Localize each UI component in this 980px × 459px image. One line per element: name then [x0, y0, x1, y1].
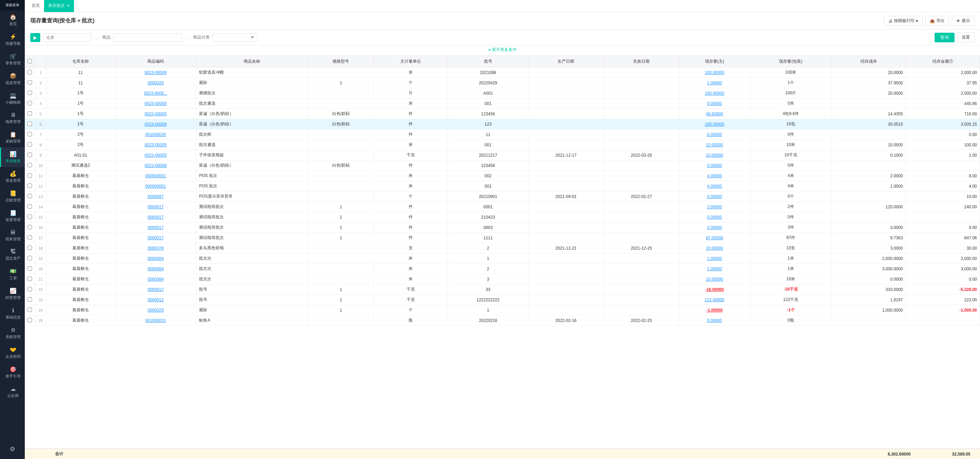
row-num: 3 — [35, 88, 46, 99]
sidebar-item-home[interactable]: 🏠 首页 — [0, 10, 25, 30]
row-checkbox[interactable] — [25, 191, 35, 202]
row-checkbox[interactable] — [25, 88, 35, 99]
sidebar-item-tax[interactable]: 🏛 税务管理 — [0, 226, 25, 245]
row-checkbox[interactable] — [25, 129, 35, 140]
row-code: 0023-00009 — [115, 67, 196, 78]
row-qty-main: 4.00000 — [679, 171, 750, 181]
row-checkbox[interactable] — [25, 99, 35, 109]
row-warehouse: 葛盾粮仓 — [46, 253, 115, 264]
sidebar-item-collab[interactable]: 🤝 企业协同 — [0, 343, 25, 363]
row-warehouse: 2号 — [46, 140, 115, 150]
tab-home[interactable]: 首页 — [27, 0, 44, 12]
row-checkbox[interactable] — [25, 140, 35, 150]
row-checkbox[interactable] — [25, 212, 35, 222]
row-checkbox[interactable] — [25, 284, 35, 295]
sidebar-item-guide[interactable]: 🎯 新手引导 — [0, 363, 25, 382]
product-filter-input[interactable] — [113, 33, 182, 41]
row-checkbox[interactable] — [25, 305, 35, 316]
row-checkbox[interactable] — [25, 316, 35, 326]
row-checkbox[interactable] — [25, 295, 35, 305]
row-warehouse: 葛盾粮仓 — [46, 181, 115, 191]
row-cost — [832, 191, 906, 202]
row-batch: 2021098 — [448, 67, 528, 78]
table-body: 1 11 0023-00009 软胶道具冲帽 米 2021098 100.000… — [25, 67, 980, 326]
row-checkbox[interactable] — [25, 243, 35, 253]
row-checkbox[interactable] — [25, 109, 35, 119]
sidebar-item-payroll[interactable]: 💵 工资 — [0, 265, 25, 284]
row-checkbox[interactable] — [25, 274, 35, 284]
row-amount: 37.95 — [906, 78, 980, 88]
row-qty-pkg: 1米 — [750, 253, 832, 264]
row-checkbox[interactable] — [25, 181, 35, 191]
row-cost — [832, 316, 906, 326]
row-spec — [308, 171, 374, 181]
sidebar-item-mgmt[interactable]: 📈 经营管理 — [0, 284, 25, 304]
export-button[interactable]: 📤 导出 — [925, 16, 949, 26]
row-checkbox[interactable] — [25, 264, 35, 274]
filter-arrow-button[interactable]: ▶ — [30, 33, 40, 42]
row-code: 0000017 — [115, 233, 196, 243]
row-checkbox[interactable] — [25, 171, 35, 181]
row-batch: 33 — [448, 284, 528, 295]
row-name: 测测批次 — [196, 88, 308, 99]
table-row: 19 葛盾粮仓 0000084 批次次 米 1 1.00000 1米 2,000… — [25, 253, 980, 264]
table-row: 20 葛盾粮仓 0000084 批次次 米 2 1.00000 1米 3,000… — [25, 264, 980, 274]
main-content: 首页 库存批次 ✕ 现存量查询(按仓库＋批次) 🖨 按模板打印 ▾ 📤 导出 — [25, 0, 980, 459]
sidebar-item-finance[interactable]: 💰 资金管理 — [0, 167, 25, 186]
row-prod-date — [528, 202, 604, 212]
row-num: 15 — [35, 212, 46, 222]
sidebar-item-ledger[interactable]: 📒 总账管理 — [0, 186, 25, 206]
category-filter-select[interactable] — [212, 33, 257, 41]
row-name: 软胶道具冲帽 — [196, 67, 308, 78]
row-checkbox[interactable] — [25, 78, 35, 88]
display-button[interactable]: 👁 展示 — [952, 16, 975, 26]
header-actions: 🖨 按模板打印 ▾ 📤 导出 👁 展示 — [884, 16, 975, 26]
row-spec — [308, 316, 374, 326]
sidebar-item-system[interactable]: ⚙ 系统管理 — [0, 324, 25, 343]
row-checkbox[interactable] — [25, 119, 35, 129]
select-all-checkbox[interactable] — [27, 59, 32, 63]
expand-conditions-button[interactable]: ▾ 展开更多条件 — [488, 47, 517, 53]
row-code: 0000084 — [115, 264, 196, 274]
row-qty-main: 4.00000 — [679, 181, 750, 191]
sidebar-item-purchase[interactable]: 📋 采购管理 — [0, 128, 25, 147]
tab-inventory-batch[interactable]: 库存批次 ✕ — [44, 0, 74, 12]
sidebar-item-quicknav[interactable]: ⚡ 快捷导航 — [0, 30, 25, 49]
row-checkbox[interactable] — [25, 161, 35, 171]
table-row: 14 葛盾粮仓 0000017 测试电筒批次 1 件 0001 2.00000 … — [25, 202, 980, 212]
sidebar-logo[interactable]: 搜索菜单 — [0, 0, 25, 10]
th-checkbox[interactable] — [25, 56, 35, 67]
sidebar-item-inventory[interactable]: 📊 库存核算 — [0, 147, 25, 167]
row-num: 2 — [35, 78, 46, 88]
row-warehouse: 1号 — [46, 88, 115, 99]
sidebar-item-basic[interactable]: ℹ 基础信息 — [0, 304, 25, 324]
row-name: 批次次 — [196, 264, 308, 274]
row-checkbox[interactable] — [25, 150, 35, 161]
row-amount — [906, 161, 980, 171]
row-checkbox[interactable] — [25, 202, 35, 212]
sidebar-item-ec[interactable]: 🖥 电商管理 — [0, 108, 25, 128]
row-checkbox[interactable] — [25, 67, 35, 78]
sidebar-settings-button[interactable]: ⚙ — [0, 442, 25, 456]
row-qty-pkg: 10千克 — [750, 150, 832, 161]
print-button[interactable]: 🖨 按模板打印 ▾ — [884, 16, 923, 26]
sidebar-item-wholesale[interactable]: 📦 批发管理 — [0, 69, 25, 89]
row-checkbox[interactable] — [25, 253, 35, 264]
warehouse-filter-input[interactable] — [43, 33, 91, 41]
search-button[interactable]: 查询 — [935, 33, 955, 42]
sidebar-item-smallec[interactable]: 💻 小额电商 — [0, 89, 25, 108]
sidebar-item-label: 首页 — [9, 21, 17, 27]
row-checkbox[interactable] — [25, 233, 35, 243]
sidebar-item-retail[interactable]: 🛒 零售管理 — [0, 49, 25, 69]
tab-close-icon[interactable]: ✕ — [67, 3, 70, 8]
sidebar-item-cloud[interactable]: ☁ 云应用 — [0, 382, 25, 402]
sidebar-item-invoice[interactable]: 🧾 发票管理 — [0, 206, 25, 226]
set-button[interactable]: 设置 — [957, 32, 975, 42]
sidebar-item-label: 云应用 — [7, 393, 19, 398]
row-qty-pkg: 3件 — [750, 222, 832, 233]
sidebar-item-assets[interactable]: 🏗 固定资产 — [0, 245, 25, 265]
row-cost: 1,000.0000 — [832, 305, 906, 316]
row-checkbox[interactable] — [25, 222, 35, 233]
row-num: 18 — [35, 243, 46, 253]
th-amount: 结存金额① — [906, 56, 980, 67]
